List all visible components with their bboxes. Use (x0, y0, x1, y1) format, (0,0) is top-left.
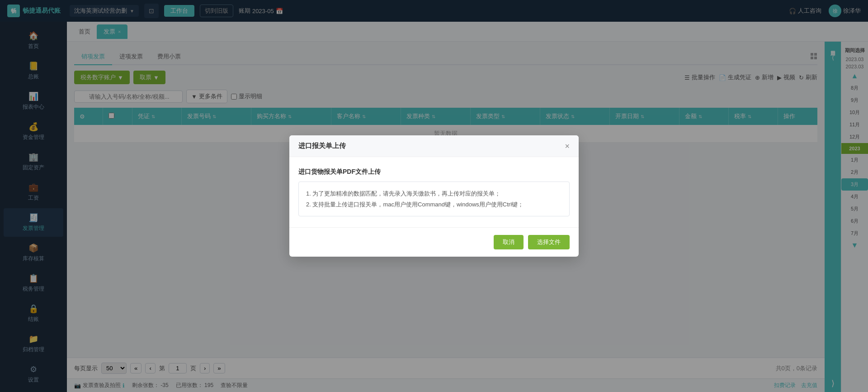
modal-instruction-1: 1. 为了更加精准的数据匹配，请先录入海关缴款书，再上传对应的报关单； (306, 188, 562, 199)
modal-title: 进口报关单上传 (298, 142, 346, 150)
modal-overlay: 进口报关单上传 × 进口货物报关单PDF文件上传 1. 为了更加精准的数据匹配，… (0, 0, 868, 392)
modal-info-box: 1. 为了更加精准的数据匹配，请先录入海关缴款书，再上传对应的报关单； 2. 支… (298, 182, 570, 216)
modal-close-button[interactable]: × (565, 142, 570, 150)
modal-instruction-2: 2. 支持批量上传进口报关单，mac用户使用Command键，windows用户… (306, 199, 562, 210)
modal-section-title: 进口货物报关单PDF文件上传 (298, 168, 570, 176)
modal-body: 进口货物报关单PDF文件上传 1. 为了更加精准的数据匹配，请先录入海关缴款书，… (289, 157, 579, 227)
modal-import-customs: 进口报关单上传 × 进口货物报关单PDF文件上传 1. 为了更加精准的数据匹配，… (289, 135, 579, 257)
app-container: 畅 畅捷通易代账 沈海英测试经营勿删 ▼ ⊡ 工作台 切到旧版 账期 2023-… (0, 0, 868, 392)
modal-select-file-button[interactable]: 选择文件 (528, 235, 570, 249)
modal-cancel-button[interactable]: 取消 (494, 235, 524, 249)
modal-header: 进口报关单上传 × (289, 135, 579, 157)
modal-footer: 取消 选择文件 (289, 227, 579, 257)
